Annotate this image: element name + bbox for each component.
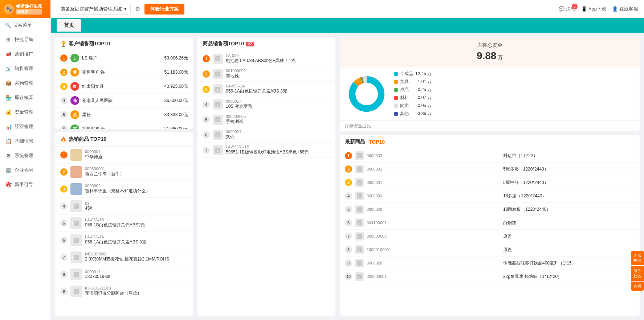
rank-number: 5 (203, 116, 210, 123)
new-product-code: 0000030 (367, 194, 498, 198)
cs-hotline-btn[interactable]: 客服热线 (631, 251, 644, 266)
sidebar-item-inventory[interactable]: 🏪 库存核算 (0, 90, 50, 105)
customer-value: 33,333.00元 (164, 112, 188, 118)
new-product-thumb: L (355, 178, 364, 187)
customer-avatar: 红 (70, 82, 79, 91)
svg-text:L: L (359, 208, 360, 211)
product-rank-title: 商品销售额TOP10 (203, 41, 244, 47)
hot-product-item: 8 L 0000011 12070519-xs (55, 266, 193, 283)
sidebar-item-system[interactable]: ⚙ 系统管理 (0, 148, 50, 163)
hot-products-header: 🔥 热销商品 TOP10 (55, 132, 193, 147)
sidebar-item-finance[interactable]: 💰 资金管理 (0, 105, 50, 119)
hot-product-item: 2 000500001 新西兰牛肉（新牛） (55, 164, 193, 181)
product-code: 000800005 (226, 114, 330, 119)
rank-number: 7 (60, 254, 68, 261)
new-product-thumb: L (355, 245, 364, 254)
hot-products-title: 热销商品 TOP10 (69, 136, 106, 143)
rank-number: 3 (203, 86, 210, 93)
hot-icon: 🔥 (60, 136, 66, 142)
legend-item: 成品 0.25 万 (394, 87, 432, 93)
rank-number: 7 (203, 147, 210, 154)
svg-text:L: L (217, 57, 219, 61)
sidebar-item-marketing[interactable]: 📣 营销推广 (0, 47, 50, 61)
hot-product-name: 45# (85, 206, 92, 211)
sidebar: 🐾 畅捷通好生意 标准版 🔍 搜索菜单 ⊞ 快捷导航 📣 营销推广 🛒 销售管理… (0, 0, 51, 320)
new-product-code: 0000033 (367, 153, 498, 158)
product-thumb: L (213, 115, 223, 125)
rank-number: 2 (345, 165, 352, 173)
legend-value: 0.07 万 (418, 95, 432, 101)
hot-product-name: 中华神盾 (85, 154, 102, 160)
app-download-action[interactable]: 📱 App下载 (581, 6, 606, 12)
legend-dot (394, 112, 398, 116)
content-area: 🏆 客户销售额TOP10 1 L LS 客户 53,006.26元 2 零 零售… (51, 33, 644, 320)
product-count-badge: 22 (246, 42, 254, 46)
nav-label-purchase: 采购管理 (15, 80, 33, 86)
new-product-name: 原盖 (503, 247, 635, 253)
brand-title: 畅捷通好生意 (16, 4, 42, 9)
product-thumb: L (213, 130, 223, 140)
svg-point-31 (356, 83, 378, 105)
svg-text:L: L (76, 273, 77, 276)
rank-number: 5 (60, 111, 68, 118)
cs-float: 客服热线 服务社区 直播 (631, 251, 644, 291)
customer-avatar: 星 (70, 110, 79, 119)
new-products-card: 最新商品 TOP10 1 L 0000033 封边带（1.0*22） 2 L 0… (340, 135, 640, 316)
service-action[interactable]: 👤 在线客服 (612, 6, 638, 12)
svg-text:L: L (217, 149, 219, 152)
product-rank-list: 1 L LA-089 电池盖 LA-089 ABS本色+黑种 7.1克 2 L … (197, 51, 335, 158)
product-thumb: L (213, 69, 223, 79)
new-product-code: 004100001 (367, 221, 498, 225)
nav-label-enterprise: 企业协同 (15, 167, 33, 173)
trial-button[interactable]: 体验行业方案 (144, 4, 184, 15)
product-code: LA-056-1A (226, 84, 330, 88)
rank-number: 5 (345, 206, 352, 213)
topbar: 装备及固定资产辅助管理系统 ▾ ⚙ 体验行业方案 💬 消息 6 📱 App下载 … (51, 0, 644, 18)
legend-label: 半成品 (400, 71, 413, 77)
new-product-item: 7 L 000800008 原盖 (340, 230, 640, 243)
legend-label: 材料 (400, 95, 416, 101)
nav-label-ops: 经营管理 (15, 123, 33, 130)
search-menu[interactable]: 🔍 搜索菜单 (0, 18, 50, 32)
cs-live-btn[interactable]: 直播 (631, 282, 644, 291)
sidebar-item-operations[interactable]: 📊 经营管理 (0, 119, 50, 134)
sidebar-item-guide[interactable]: 🎯 新手引导 (0, 177, 50, 192)
tab-home[interactable]: 首页 (57, 19, 81, 32)
customer-avatar: 苍 (70, 96, 79, 105)
message-action[interactable]: 💬 消息 6 (559, 6, 575, 12)
product-name: 手机测试 (226, 119, 330, 125)
svg-text:L: L (76, 290, 77, 293)
new-products-title-prefix: 最新商品 (345, 139, 365, 145)
cs-community-btn[interactable]: 服务社区 (631, 266, 644, 281)
settings-icon[interactable]: ⚙ (135, 5, 140, 12)
sidebar-item-basic[interactable]: 📋 基础信息 (0, 134, 50, 148)
product-rank-item: 1 L LA-089 电池盖 LA-089 ABS本色+黑种 7.1克 (197, 51, 335, 66)
customer-value: 40,925.00元 (164, 83, 188, 90)
new-product-code: 000800008 (367, 234, 498, 238)
product-rank-item: 4 L 0000017 10S 变刹罗浆 (197, 97, 335, 112)
col-right: 库存总资金 9.88 万 (340, 37, 640, 316)
svg-text:L: L (217, 134, 219, 137)
sidebar-item-sales[interactable]: 🛒 销售管理 (0, 61, 50, 76)
product-name: 雪地靴 (226, 73, 330, 79)
tab-nav: 首页 (51, 18, 644, 33)
svg-text:L: L (359, 181, 360, 184)
product-code: LA-089 (226, 53, 330, 58)
rank-number: 9 (60, 288, 68, 295)
new-product-item: 6 L 004100001 白钢垫 (340, 216, 640, 230)
new-product-code: 0000028 (367, 261, 498, 265)
system-select[interactable]: 装备及固定资产辅助管理系统 ▾ (57, 4, 131, 15)
nav-icon-marketing: 📣 (5, 51, 12, 57)
hot-product-item: 9 L KK-SD22110H 花语萌恒温分腿睡袋（厚款） (55, 283, 193, 300)
svg-text:L: L (217, 88, 219, 91)
sidebar-item-enterprise[interactable]: 🏢 企业协同 (0, 163, 50, 177)
col-mid: 商品销售额TOP10 22 1 L LA-089 电池盖 LA-089 ABS本… (197, 37, 335, 316)
legend-dot (394, 72, 398, 76)
sidebar-item-quick-nav[interactable]: ⊞ 快捷导航 (0, 32, 50, 47)
inv-footer: 库存资金占比 (340, 120, 640, 131)
main-wrapper: 装备及固定资产辅助管理系统 ▾ ⚙ 体验行业方案 💬 消息 6 📱 App下载 … (51, 0, 644, 320)
sidebar-item-purchase[interactable]: 📦 采购管理 (0, 76, 50, 90)
svg-text:L: L (359, 222, 360, 224)
rank-number: 1 (60, 54, 68, 62)
new-products-header: 最新商品 TOP10 (340, 135, 640, 149)
